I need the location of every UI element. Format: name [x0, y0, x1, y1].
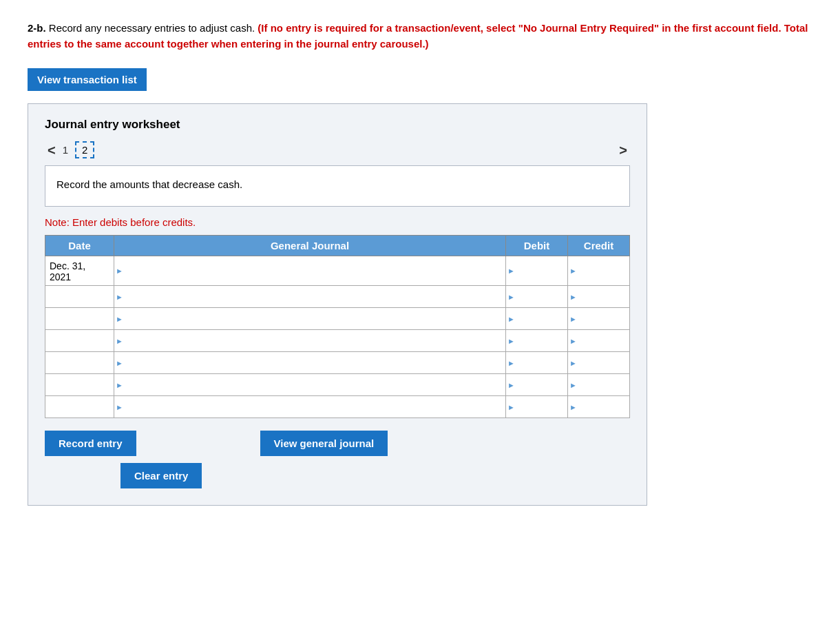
debit-cell-7[interactable]: ►	[506, 396, 568, 418]
debit-cell-4[interactable]: ►	[506, 330, 568, 352]
debit-cell-5[interactable]: ►	[506, 352, 568, 374]
instruction-box: Record the amounts that decrease cash.	[45, 165, 630, 207]
arrow-icon-c7: ►	[569, 403, 577, 411]
gj-input-7[interactable]	[114, 396, 505, 417]
carousel-prev-button[interactable]: <	[45, 143, 59, 157]
arrow-icon-c6: ►	[569, 381, 577, 389]
arrow-icon-c3: ►	[569, 315, 577, 323]
table-row: ► ► ►	[45, 374, 630, 396]
gj-input-5[interactable]	[114, 352, 505, 373]
gj-input-2[interactable]	[114, 286, 505, 307]
gj-input-3[interactable]	[114, 308, 505, 329]
col-header-debit: Debit	[506, 236, 568, 256]
credit-input-5[interactable]	[568, 352, 629, 373]
problem-text-normal: Record any necessary entries to adjust c…	[49, 22, 258, 34]
credit-cell-2[interactable]: ►	[568, 286, 630, 308]
credit-cell-5[interactable]: ►	[568, 352, 630, 374]
view-general-journal-button[interactable]: View general journal	[260, 431, 388, 456]
carousel-page2-active[interactable]: 2	[75, 141, 94, 158]
arrow-icon-c2: ►	[569, 293, 577, 301]
arrow-icon-d5: ►	[507, 359, 515, 367]
credit-cell-3[interactable]: ►	[568, 308, 630, 330]
credit-cell-4[interactable]: ►	[568, 330, 630, 352]
credit-input-3[interactable]	[568, 308, 629, 329]
debit-input-5[interactable]	[506, 352, 567, 373]
record-entry-button[interactable]: Record entry	[45, 431, 136, 456]
gj-cell-7[interactable]: ►	[114, 396, 506, 418]
arrow-icon-4: ►	[116, 337, 123, 345]
table-row: ► ► ►	[45, 286, 630, 308]
arrow-icon-d1: ►	[507, 267, 515, 275]
arrow-icon-1: ►	[116, 267, 123, 275]
debit-input-2[interactable]	[506, 286, 567, 307]
credit-input-1[interactable]	[568, 256, 629, 285]
gj-cell-6[interactable]: ►	[114, 374, 506, 396]
date-cell-5	[45, 352, 114, 374]
debit-input-4[interactable]	[506, 330, 567, 351]
table-row: ► ► ►	[45, 396, 630, 418]
gj-cell-1[interactable]: ►	[114, 256, 506, 286]
problem-label: 2-b.	[28, 22, 46, 34]
arrow-icon-d7: ►	[507, 403, 515, 411]
credit-input-4[interactable]	[568, 330, 629, 351]
debit-cell-1[interactable]: ►	[506, 256, 568, 286]
col-header-credit: Credit	[568, 236, 630, 256]
date-cell-7	[45, 396, 114, 418]
buttons-area: Record entry View general journal Clear …	[45, 431, 630, 488]
problem-statement: 2-b. Record any necessary entries to adj…	[28, 21, 812, 52]
credit-cell-7[interactable]: ►	[568, 396, 630, 418]
worksheet-container: Journal entry worksheet < 1 2 > Record t…	[28, 103, 647, 506]
arrow-icon-3: ►	[116, 315, 123, 323]
carousel-nav: < 1 2 >	[45, 141, 630, 158]
arrow-icon-d6: ►	[507, 381, 515, 389]
debit-input-7[interactable]	[506, 396, 567, 417]
col-header-gj: General Journal	[114, 236, 506, 256]
table-row: Dec. 31,2021 ► ► ►	[45, 256, 630, 286]
arrow-icon-2: ►	[116, 293, 123, 301]
date-cell-2	[45, 286, 114, 308]
debit-input-1[interactable]	[506, 256, 567, 285]
debit-cell-6[interactable]: ►	[506, 374, 568, 396]
date-cell-4	[45, 330, 114, 352]
credit-cell-1[interactable]: ►	[568, 256, 630, 286]
credit-input-2[interactable]	[568, 286, 629, 307]
instruction-text: Record the amounts that decrease cash.	[56, 178, 242, 190]
gj-cell-3[interactable]: ►	[114, 308, 506, 330]
arrow-icon-d3: ►	[507, 315, 515, 323]
credit-input-6[interactable]	[568, 374, 629, 395]
credit-input-7[interactable]	[568, 396, 629, 417]
table-row: ► ► ►	[45, 308, 630, 330]
date-cell-3	[45, 308, 114, 330]
note-text: Note: Enter debits before credits.	[45, 216, 630, 228]
arrow-icon-c5: ►	[569, 359, 577, 367]
gj-cell-2[interactable]: ►	[114, 286, 506, 308]
clear-entry-button[interactable]: Clear entry	[120, 463, 202, 488]
view-transaction-button[interactable]: View transaction list	[28, 68, 147, 91]
debit-input-3[interactable]	[506, 308, 567, 329]
gj-cell-4[interactable]: ►	[114, 330, 506, 352]
date-cell-6	[45, 374, 114, 396]
debit-cell-3[interactable]: ►	[506, 308, 568, 330]
date-cell-1: Dec. 31,2021	[45, 256, 114, 286]
gj-input-1[interactable]	[114, 256, 505, 285]
col-header-date: Date	[45, 236, 114, 256]
arrow-icon-d4: ►	[507, 337, 515, 345]
debit-cell-2[interactable]: ►	[506, 286, 568, 308]
journal-table: Date General Journal Debit Credit Dec. 3…	[45, 235, 630, 418]
arrow-icon-7: ►	[116, 403, 123, 411]
credit-cell-6[interactable]: ►	[568, 374, 630, 396]
gj-input-6[interactable]	[114, 374, 505, 395]
gj-input-4[interactable]	[114, 330, 505, 351]
arrow-icon-d2: ►	[507, 293, 515, 301]
table-row: ► ► ►	[45, 352, 630, 374]
debit-input-6[interactable]	[506, 374, 567, 395]
table-row: ► ► ►	[45, 330, 630, 352]
carousel-next-button[interactable]: >	[616, 143, 630, 157]
carousel-page1[interactable]: 1	[63, 144, 68, 156]
arrow-icon-c1: ►	[569, 267, 577, 275]
top-btn-row: Record entry View general journal	[45, 431, 630, 456]
arrow-icon-c4: ►	[569, 337, 577, 345]
second-btn-row: Clear entry	[120, 463, 630, 488]
gj-cell-5[interactable]: ►	[114, 352, 506, 374]
arrow-icon-6: ►	[116, 381, 123, 389]
